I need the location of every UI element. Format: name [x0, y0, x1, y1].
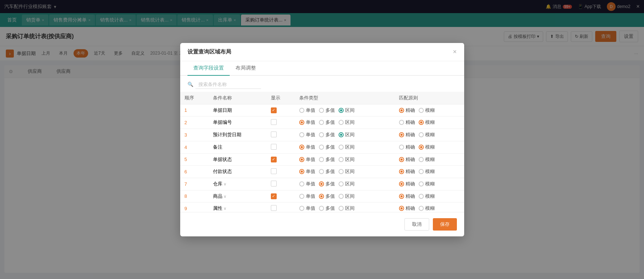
- type-multi-radio[interactable]: 多值: [319, 156, 335, 163]
- row-order: 7: [180, 178, 209, 190]
- display-checkbox[interactable]: [271, 181, 277, 186]
- match-fuzzy-radio[interactable]: 模糊: [419, 107, 435, 114]
- match-fuzzy-radio[interactable]: 模糊: [419, 144, 435, 150]
- type-single-radio[interactable]: 单值: [299, 205, 315, 212]
- row-type: 单值 多值 区间: [295, 129, 395, 141]
- search-input[interactable]: [195, 80, 261, 89]
- type-single-radio[interactable]: 单值: [299, 193, 315, 200]
- radio-dot-multi: [319, 181, 324, 186]
- type-multi-radio[interactable]: 多值: [319, 168, 335, 175]
- row-display[interactable]: [266, 129, 295, 141]
- row-name: 单据编号: [209, 116, 266, 129]
- dialog-close-button[interactable]: ×: [453, 48, 457, 56]
- type-range-radio[interactable]: 区间: [339, 119, 355, 126]
- row-order: 4: [180, 141, 209, 153]
- row-display[interactable]: ✓: [266, 153, 295, 165]
- row-display[interactable]: ✓: [266, 104, 295, 116]
- type-single-radio[interactable]: 单值: [299, 168, 315, 175]
- type-multi-radio[interactable]: 多值: [319, 181, 335, 187]
- type-range-radio[interactable]: 区间: [339, 131, 355, 138]
- row-display[interactable]: [266, 116, 295, 129]
- table-row: 5单据状态✓ 单值 多值 区间 精确 模糊: [180, 153, 464, 165]
- row-name: 仓库 ∨: [209, 178, 266, 190]
- dialog-header: 设置查询区域布局 ×: [180, 43, 464, 61]
- modal-overlay[interactable]: 设置查询区域布局 × 查询字段设置 布局调整 🔍 顺序 条件名称: [0, 0, 644, 277]
- row-match: 精确 模糊: [395, 116, 464, 129]
- type-range-radio[interactable]: 区间: [339, 168, 355, 175]
- match-fuzzy-radio[interactable]: 模糊: [419, 205, 435, 212]
- match-fuzzy-radio[interactable]: 模糊: [419, 193, 435, 200]
- row-type: 单值 多值 区间: [295, 104, 395, 116]
- type-multi-radio[interactable]: 多值: [319, 119, 335, 126]
- table-row: 4备注 单值 多值 区间 精确 模糊: [180, 141, 464, 153]
- radio-dot-multi: [319, 169, 324, 174]
- row-match: 精确 模糊: [395, 178, 464, 190]
- match-exact-radio[interactable]: 精确: [399, 119, 415, 126]
- row-display[interactable]: [266, 178, 295, 190]
- type-multi-radio[interactable]: 多值: [319, 193, 335, 200]
- type-single-radio[interactable]: 单值: [299, 144, 315, 150]
- type-range-radio[interactable]: 区间: [339, 144, 355, 150]
- display-checkbox[interactable]: [271, 168, 277, 174]
- match-fuzzy-radio[interactable]: 模糊: [419, 156, 435, 163]
- match-exact-radio[interactable]: 精确: [399, 144, 415, 150]
- row-order: 6: [180, 165, 209, 178]
- match-exact-radio[interactable]: 精确: [399, 168, 415, 175]
- display-checkbox[interactable]: [271, 144, 277, 150]
- col-display: 显示: [266, 92, 295, 105]
- type-single-radio[interactable]: 单值: [299, 131, 315, 138]
- display-checkbox[interactable]: ✓: [271, 107, 277, 113]
- type-range-radio[interactable]: 区间: [339, 107, 355, 114]
- row-display[interactable]: [266, 165, 295, 178]
- radio-dot-single: [299, 169, 304, 174]
- type-multi-radio[interactable]: 多值: [319, 144, 335, 150]
- dropdown-icon[interactable]: ∨: [224, 206, 226, 211]
- display-checkbox[interactable]: [271, 205, 277, 211]
- type-range-radio[interactable]: 区间: [339, 181, 355, 187]
- match-exact-radio[interactable]: 精确: [399, 131, 415, 138]
- row-display[interactable]: ✓: [266, 190, 295, 202]
- match-fuzzy-radio[interactable]: 模糊: [419, 119, 435, 126]
- match-exact-radio[interactable]: 精确: [399, 193, 415, 200]
- radio-dot-range: [339, 132, 344, 137]
- tab-query-fields[interactable]: 查询字段设置: [187, 61, 230, 76]
- row-order: 3: [180, 129, 209, 141]
- dropdown-icon[interactable]: ∨: [224, 194, 226, 199]
- radio-dot-single: [299, 145, 304, 150]
- cancel-button[interactable]: 取消: [404, 218, 429, 231]
- row-name: 预计到货日期: [209, 129, 266, 141]
- match-exact-radio[interactable]: 精确: [399, 107, 415, 114]
- type-multi-radio[interactable]: 多值: [319, 205, 335, 212]
- save-button[interactable]: 保存: [433, 218, 457, 231]
- radio-dot-fuzzy: [419, 145, 424, 150]
- type-range-radio[interactable]: 区间: [339, 205, 355, 212]
- type-multi-radio[interactable]: 多值: [319, 107, 335, 114]
- row-name: 付款状态: [209, 165, 266, 178]
- match-fuzzy-radio[interactable]: 模糊: [419, 181, 435, 187]
- row-order: 8: [180, 190, 209, 202]
- match-exact-radio[interactable]: 精确: [399, 181, 415, 187]
- type-multi-radio[interactable]: 多值: [319, 131, 335, 138]
- type-single-radio[interactable]: 单值: [299, 107, 315, 114]
- match-exact-radio[interactable]: 精确: [399, 205, 415, 212]
- match-fuzzy-radio[interactable]: 模糊: [419, 131, 435, 138]
- type-single-radio[interactable]: 单值: [299, 119, 315, 126]
- row-match: 精确 模糊: [395, 104, 464, 116]
- type-range-radio[interactable]: 区间: [339, 156, 355, 163]
- display-checkbox[interactable]: [271, 119, 277, 125]
- type-range-radio[interactable]: 区间: [339, 193, 355, 200]
- type-single-radio[interactable]: 单值: [299, 156, 315, 163]
- radio-dot-multi: [319, 108, 324, 113]
- dropdown-icon[interactable]: ∨: [224, 182, 226, 186]
- type-single-radio[interactable]: 单值: [299, 181, 315, 187]
- row-display[interactable]: [266, 202, 295, 212]
- row-display[interactable]: [266, 141, 295, 153]
- display-checkbox[interactable]: ✓: [271, 193, 277, 199]
- tab-layout-adjust[interactable]: 布局调整: [230, 61, 262, 76]
- display-checkbox[interactable]: [271, 131, 277, 137]
- match-fuzzy-radio[interactable]: 模糊: [419, 168, 435, 175]
- table-row: 8商品 ∨✓ 单值 多值 区间 精确 模糊: [180, 190, 464, 202]
- match-exact-radio[interactable]: 精确: [399, 156, 415, 163]
- display-checkbox[interactable]: ✓: [271, 157, 277, 162]
- radio-dot-single: [299, 120, 304, 125]
